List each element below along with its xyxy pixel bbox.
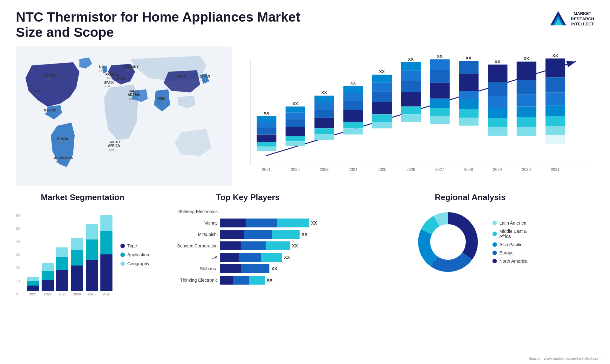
svg-text:SPAIN: SPAIN (104, 81, 114, 84)
svg-rect-80 (401, 92, 421, 106)
svg-rect-67 (343, 86, 363, 93)
svg-rect-75 (372, 75, 392, 83)
svg-rect-100 (459, 109, 478, 118)
player-row: Thinking Electronic XX (162, 276, 334, 285)
svg-rect-97 (459, 61, 478, 74)
regional-legend: Latin America Middle East &Africa Asia P… (492, 220, 528, 264)
svg-rect-91 (430, 99, 450, 108)
svg-rect-56 (315, 118, 334, 128)
svg-text:2022: 2022 (291, 167, 300, 172)
svg-text:ITALY: ITALY (117, 77, 126, 80)
svg-text:AFRICA: AFRICA (108, 144, 120, 147)
legend-label-latin-america: Latin America (499, 220, 526, 226)
svg-rect-40 (257, 134, 276, 142)
legend-item-mea: Middle East &Africa (492, 229, 528, 239)
svg-text:INDIA: INDIA (157, 97, 165, 100)
svg-rect-61 (315, 134, 334, 140)
svg-text:2027: 2027 (435, 167, 444, 172)
bar-chart-svg: XX 2021 XX 2022 (241, 46, 594, 186)
bar-chart-section: XX 2021 XX 2022 (241, 46, 594, 186)
svg-text:XX: XX (350, 81, 356, 85)
header: NTC Thermistor for Home Appliances Marke… (16, 10, 594, 40)
svg-text:2021: 2021 (262, 167, 271, 172)
svg-rect-104 (488, 64, 507, 82)
svg-rect-57 (315, 110, 334, 118)
svg-text:xx%: xx% (99, 69, 105, 72)
svg-text:XX: XX (495, 59, 500, 64)
svg-rect-50 (286, 113, 305, 119)
svg-rect-113 (517, 80, 536, 94)
svg-text:xx%: xx% (118, 81, 123, 84)
svg-text:xx%: xx% (44, 112, 50, 116)
svg-rect-82 (401, 71, 421, 80)
svg-rect-74 (372, 83, 392, 91)
legend-label-apac: Asia Pacific (499, 242, 522, 247)
svg-rect-105 (488, 82, 507, 96)
svg-text:xx%: xx% (124, 69, 129, 72)
svg-text:xx%: xx% (129, 97, 134, 100)
player-bar-container: XX (220, 219, 334, 227)
svg-rect-42 (257, 122, 276, 128)
legend-label-mea: Middle East &Africa (499, 229, 527, 239)
svg-text:xx%: xx% (177, 79, 182, 82)
svg-text:xx%: xx% (105, 85, 110, 88)
svg-rect-108 (488, 118, 507, 127)
svg-rect-59 (315, 96, 334, 102)
svg-text:XX: XX (408, 57, 414, 62)
svg-point-134 (430, 225, 465, 260)
svg-rect-52 (286, 136, 305, 141)
svg-rect-124 (546, 116, 565, 126)
svg-rect-44 (257, 142, 276, 146)
svg-text:xx%: xx% (34, 94, 40, 97)
regional-content: Latin America Middle East &Africa Asia P… (346, 207, 594, 277)
svg-rect-107 (488, 108, 507, 118)
legend-label-north-america: North America (499, 259, 528, 264)
application-legend-label: Application (127, 252, 149, 257)
svg-rect-89 (430, 70, 450, 83)
svg-rect-93 (430, 116, 450, 124)
svg-text:ARABIA: ARABIA (128, 93, 140, 97)
geography-legend-label: Geography (127, 261, 149, 266)
player-name: Semitec Corporation (162, 243, 218, 248)
svg-rect-92 (430, 108, 450, 116)
svg-text:XX: XX (466, 56, 471, 60)
player-row: Vishay XX (162, 219, 334, 227)
svg-text:CHINA: CHINA (176, 75, 186, 78)
svg-rect-116 (517, 117, 536, 127)
svg-rect-101 (459, 118, 478, 126)
svg-rect-99 (459, 99, 478, 109)
player-row: Shibaura XX (162, 264, 334, 273)
regional-section: Regional Analysis (346, 192, 594, 313)
svg-rect-66 (343, 93, 363, 101)
svg-rect-96 (459, 74, 478, 91)
svg-text:ARGENTINA: ARGENTINA (54, 156, 73, 160)
svg-text:2023: 2023 (320, 167, 329, 172)
legend-dot-mea (492, 232, 497, 236)
player-bar-container: XX (220, 276, 334, 285)
svg-rect-51 (286, 106, 305, 112)
svg-rect-41 (257, 128, 276, 134)
svg-text:MEXICO: MEXICO (44, 109, 57, 112)
svg-rect-72 (372, 102, 392, 114)
svg-text:XX: XX (292, 101, 298, 106)
svg-rect-84 (401, 106, 421, 114)
svg-rect-109 (488, 127, 507, 136)
legend-dot-latin-america (492, 221, 497, 225)
source-text: Source : www.marketresearchintellect.com (528, 356, 600, 361)
legend-item-apac: Asia Pacific (492, 242, 528, 247)
legend-item-north-america: North America (492, 259, 528, 264)
legend-dot-apac (492, 242, 497, 247)
players-list: Shiheng Electronics Vishay (159, 207, 337, 285)
svg-rect-68 (343, 122, 363, 128)
svg-rect-69 (343, 128, 363, 134)
player-name: Thinking Electronic (162, 278, 218, 283)
svg-text:2030: 2030 (522, 167, 531, 172)
svg-rect-115 (517, 106, 536, 117)
svg-rect-48 (286, 127, 305, 136)
key-players-section: Top Key Players Shiheng Electronics Vish… (159, 192, 337, 313)
svg-text:2026: 2026 (406, 167, 415, 172)
svg-text:XX: XX (379, 69, 385, 74)
svg-rect-123 (546, 105, 565, 116)
svg-text:XX: XX (437, 54, 443, 59)
svg-text:xx%: xx% (157, 101, 163, 104)
